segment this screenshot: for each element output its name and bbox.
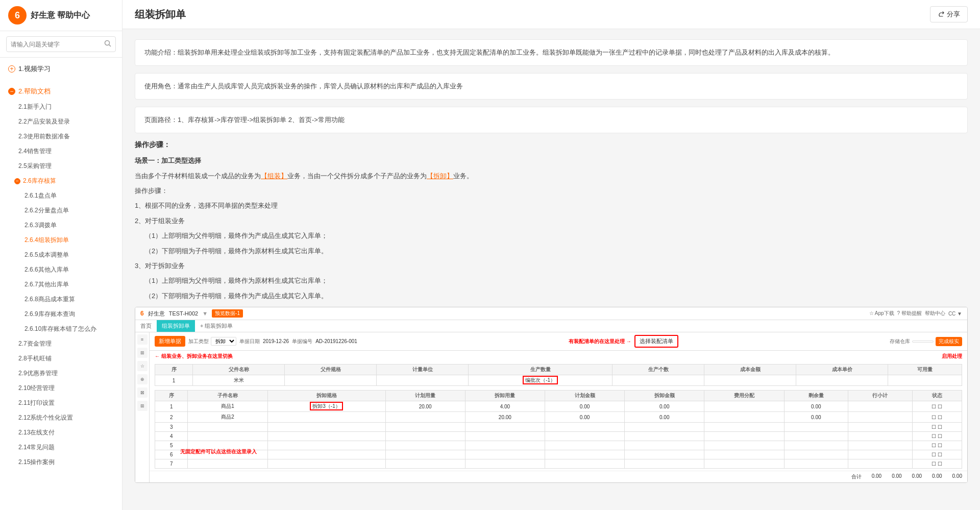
mock-btn-newadd[interactable]: 新增单据 <box>155 336 185 347</box>
sidebar-item-otheroutbound[interactable]: 2.6.7其他出库单 <box>0 277 122 292</box>
sidebar-item-otherinbound[interactable]: 2.6.6其他入库单 <box>0 262 122 277</box>
sidebar-item-bizmanage[interactable]: 2.10经营管理 <box>0 381 122 396</box>
sidebar-item-customize[interactable]: 2.12系统个性化设置 <box>0 410 122 425</box>
mock-lh-planamount: 计划金额 <box>545 391 624 401</box>
mock-lower-row-7: 7☐ ☐ <box>155 459 962 469</box>
mock-avatar-icon: CC ▼ <box>948 311 962 317</box>
ops-block: 操作步骤： 场景一：加工类型选择 当由多个子件材料组装成一个成品的业务为【组装】… <box>135 140 968 483</box>
mock-total-0d: 0.00 <box>932 473 942 480</box>
sidebar-item-purchase[interactable]: 2.5采购管理 <box>0 159 122 174</box>
mock-total-0e: 0.00 <box>952 473 962 480</box>
share-icon <box>938 11 945 18</box>
path-text: 页面路径：1、库存核算->库存管理->组装拆卸单 2、首页->常用功能 <box>144 116 345 124</box>
mock-lr1-sub <box>848 401 913 412</box>
mock-id: TEST-H002 <box>169 310 198 317</box>
mock-lr1-remain: 0.00 <box>784 401 848 412</box>
sidebar-item-cases[interactable]: 2.15操作案例 <box>0 455 122 470</box>
sidebar-item-newbie[interactable]: 2.1新手入门 <box>0 100 122 114</box>
mock-uh-cost2: 成本单价 <box>796 365 888 375</box>
mock-lower-row-4: 4☐ ☐ <box>155 432 962 441</box>
mock-lh-subtotal: 行小计 <box>848 391 913 401</box>
sidebar-item-partstock[interactable]: 2.6.2分量盘点单 <box>0 203 122 218</box>
mock-titlebar: 6 好生意 TEST-H002 ▼ 预览数据-1 ☆ App下载 ? 帮助提醒 … <box>135 307 967 320</box>
screenshot-container: 6 好生意 TEST-H002 ▼ 预览数据-1 ☆ App下载 ? 帮助提醒 … <box>135 307 968 483</box>
mock-titlebar-left: 6 好生意 TEST-H002 ▼ 预览数据-1 <box>140 309 243 318</box>
sidebar-item-payment[interactable]: 2.13在线支付 <box>0 425 122 440</box>
mock-lr2-name: 商品2 <box>188 412 267 423</box>
mock-lr2-spec <box>267 412 385 423</box>
mock-lh-actualqty: 拆卸用量 <box>465 391 545 401</box>
mock-lower-row-2: 2 商品2 20.00 0.00 0.00 <box>155 412 962 423</box>
mock-lr1-spec: 拆卸3（-1） <box>267 401 385 412</box>
search-input[interactable] <box>7 38 100 51</box>
mock-store-input[interactable] <box>912 341 934 343</box>
mock-btn-select-bom[interactable]: 选择装配清单 <box>634 335 678 348</box>
share-label: 分享 <box>947 10 960 19</box>
sidebar-item-faq[interactable]: 2.14常见问题 <box>0 440 122 455</box>
ops-steps-title: 操作步骤： <box>135 185 968 197</box>
main: 组装拆卸单 分享 功能介绍：组装拆卸单用来处理企业组装或拆卸等加工业务，支持有固… <box>122 0 980 510</box>
mock-layout: ≡ ⊞ ☆ ⊕ ⊠ ⊞ 新增单据 加工类型 <box>135 332 967 482</box>
sidebar-item-transfer[interactable]: 2.6.3调拨单 <box>0 218 122 233</box>
page-header: 组装拆卸单 分享 <box>122 0 980 29</box>
sidebar-item-print[interactable]: 2.11打印设置 <box>0 396 122 410</box>
sidebar-item-dataprep[interactable]: 2.3使用前数据准备 <box>0 129 122 144</box>
sidebar-item-inventory[interactable]: − 2.6库存核算 <box>0 174 122 188</box>
mock-lr2-status: ☐ ☐ <box>912 412 962 423</box>
share-button[interactable]: 分享 <box>930 6 968 22</box>
mock-total-0b: 0.00 <box>892 473 901 480</box>
sidebar-item-sales[interactable]: 2.4销售管理 <box>0 144 122 159</box>
logo-text: 好生意 帮助中心 <box>31 10 90 21</box>
nav-list: + 1.视频学习 − 2.帮助文档 2.1新手入门 2.2产品安装及登录 2.3… <box>0 58 122 510</box>
mock-lr2-planam: 0.00 <box>545 412 624 423</box>
sidebar-item-finance[interactable]: 2.7资金管理 <box>0 336 122 351</box>
sidebar-item-video[interactable]: + 1.视频学习 <box>0 61 122 77</box>
sidebar-item-install[interactable]: 2.2产品安装及登录 <box>0 114 122 129</box>
mock-lr2-actualm: 0.00 <box>625 412 704 423</box>
sidebar-item-costrecalc[interactable]: 2.6.8商品成本重算 <box>0 292 122 307</box>
mock-lr1-actualm: 0.00 <box>625 401 704 412</box>
mock-preview-btn: 预览数据-1 <box>212 309 243 318</box>
mock-uh-avail: 可用量 <box>888 365 962 375</box>
mock-lower-table-area: 序 子件名称 拆卸规格 计划用量 拆卸用量 计划金额 拆卸金额 费用分配 <box>150 388 967 471</box>
sidebar-item-stockbook[interactable]: 2.6.9库存账本查询 <box>0 307 122 322</box>
mock-type-label: 加工类型 <box>188 338 209 345</box>
mock-type-selector: 加工类型 拆卸 组装 <box>188 337 236 346</box>
mock-ud-spec <box>285 375 377 386</box>
mock-lr1-plan: 20.00 <box>385 401 465 412</box>
step2-text: 2、对于组装业务 <box>135 215 968 227</box>
sidebar-item-docs[interactable]: − 2.帮助文档 <box>0 83 122 100</box>
scene1-title-text: 场景一：加工类型选择 <box>135 157 201 164</box>
sidebar-item-stocktake[interactable]: 2.6.1盘点单 <box>0 188 122 203</box>
search-button[interactable] <box>100 37 115 52</box>
mock-uh-cost1: 成本金额 <box>704 365 796 375</box>
mock-uh-spec: 父件规格 <box>285 365 377 375</box>
mock-ud-unit <box>377 375 469 386</box>
mock-titlebar-right: ☆ App下载 ? 帮助提醒 帮助中心 CC ▼ <box>869 310 963 317</box>
sidebar-item-mobile[interactable]: 2.8手机旺铺 <box>0 351 122 366</box>
sidebar-item-costadjust[interactable]: 2.6.5成本调整单 <box>0 248 122 262</box>
link-assembly: 【组装】 <box>261 172 287 180</box>
sidebar-item-coupon[interactable]: 2.9优惠券管理 <box>0 366 122 381</box>
mock-app-icon: ☆ App下载 <box>869 310 894 317</box>
mock-lr2-actual: 20.00 <box>465 412 545 423</box>
mock-ud-cost2 <box>796 375 888 386</box>
mock-lh-actualamount: 拆卸金额 <box>625 391 704 401</box>
mock-lower-table: 序 子件名称 拆卸规格 计划用量 拆卸用量 计划金额 拆卸金额 费用分配 <box>155 390 962 469</box>
mock-user-icon: 帮助中心 <box>925 310 945 317</box>
sidebar-item-assembly[interactable]: 2.6.4组装拆卸单 <box>0 233 122 248</box>
mock-date-label: 单据日期 <box>239 338 260 345</box>
mock-lr2-seq: 2 <box>155 412 188 423</box>
mock-lr2-plan <box>385 412 465 423</box>
mock-lr1-cost <box>704 401 784 412</box>
sidebar-item-stockfix[interactable]: 2.6.10库存账本错了怎么办 <box>0 322 122 336</box>
role-text: 使用角色：通常由生产人员或库管人员完成拆装业务的操作，库管人员确认原材料的出库和… <box>144 82 463 90</box>
step3-text: 3、对于拆卸业务 <box>135 260 968 272</box>
step2b-text: （2）下部明细为子件明细，最终作为原材料生成其它出库单。 <box>135 245 968 257</box>
svg-point-0 <box>105 41 110 45</box>
mock-type-select[interactable]: 拆卸 组装 <box>211 337 236 346</box>
logo-icon: 6 <box>8 6 27 25</box>
sidebar: 6 好生意 帮助中心 + 1.视频学习 − 2.帮助文档 2.1新手入门 2.2… <box>0 0 122 510</box>
mock-uh-seq: 序 <box>155 365 193 375</box>
mock-btn-confirm[interactable]: 完成核实 <box>936 337 962 346</box>
